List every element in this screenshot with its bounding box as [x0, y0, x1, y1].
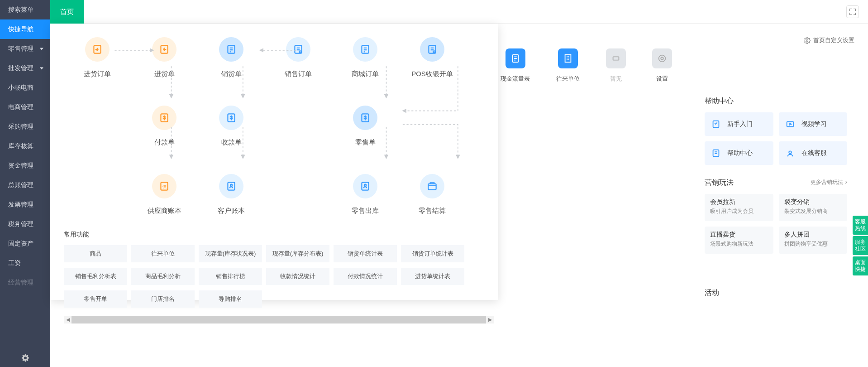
flow-pos[interactable]: POS收银开单	[411, 37, 453, 78]
sidebar-item-operations[interactable]: 经营管理	[0, 273, 50, 292]
topbar: 首页	[50, 0, 868, 24]
help-item-support[interactable]: 在线客服	[779, 141, 848, 165]
gear-icon	[804, 37, 811, 44]
marketing-card: 营销玩法 更多营销玩法 会员拉新吸引用户成为会员 裂变分销裂变式发展分销商 直播…	[697, 170, 854, 261]
tab-home[interactable]: 首页	[50, 0, 84, 24]
common-fn-productmargin[interactable]: 商品毛利分析	[131, 268, 195, 285]
sidebar-item-xiaochang[interactable]: 小畅电商	[0, 78, 50, 97]
flow-purchase[interactable]: 进货单	[152, 37, 176, 78]
svg-point-5	[659, 55, 666, 62]
help-center-title: 帮助中心	[705, 97, 847, 106]
common-fn-retailopen[interactable]: 零售开单	[64, 290, 127, 308]
help-item-beginner[interactable]: 新手入门	[705, 112, 773, 136]
svg-rect-27	[428, 184, 436, 190]
flow-purchase-order[interactable]: 进货订单	[84, 37, 111, 78]
sidebar-item-ecommerce[interactable]: 电商管理	[0, 97, 50, 117]
flow-supplier-ledger[interactable]: 供供应商账本	[148, 174, 181, 215]
common-fn-salesrank[interactable]: 销售排行榜	[199, 268, 262, 285]
svg-point-26	[364, 184, 366, 186]
scroll-right-icon[interactable]: ▶	[486, 316, 494, 324]
quicknav-flyout: 进货订单 进货单 销货单 销售订单 商城订单 POS收银开单 付款单 收款单 零…	[50, 24, 498, 300]
gear-icon	[652, 48, 672, 68]
float-side: 客服热线 服务社区 桌面快捷	[853, 216, 868, 275]
common-fn-contacts[interactable]: 往来单位	[131, 245, 195, 262]
sidebar-item-quicknav[interactable]: 快捷导航	[0, 19, 50, 39]
sidebar-item-invoices[interactable]: 发票管理	[0, 195, 50, 214]
sidebar-item-funds[interactable]: 资金管理	[0, 156, 50, 175]
chevron-down-icon	[40, 67, 43, 69]
marketing-title: 营销玩法 更多营销玩法	[705, 178, 847, 188]
sidebar: 搜索菜单 快捷导航 零售管理 批发管理 小畅电商 电商管理 采购管理 库存核算 …	[0, 0, 50, 367]
flow-retail-out[interactable]: 零售出库	[352, 174, 379, 215]
svg-point-0	[806, 39, 808, 41]
placeholder-icon	[606, 48, 626, 68]
flow-sales-order[interactable]: 销售订单	[285, 37, 312, 78]
svg-point-24	[230, 184, 232, 186]
svg-point-4	[661, 57, 663, 60]
float-community-button[interactable]: 服务社区	[853, 236, 868, 255]
help-item-help[interactable]: 帮助中心	[705, 141, 773, 165]
flow-payment[interactable]: 付款单	[152, 106, 176, 147]
scroll-track[interactable]	[72, 316, 486, 324]
flow-sales[interactable]: 销货单	[219, 37, 243, 78]
common-fn-salesmargin[interactable]: 销售毛利分析表	[64, 268, 127, 285]
marketing-item-live[interactable]: 直播卖货场景式购物新玩法	[705, 227, 773, 254]
common-fn-paymentstat[interactable]: 付款情况统计	[334, 268, 397, 285]
marketing-item-member[interactable]: 会员拉新吸引用户成为会员	[705, 194, 773, 221]
fullscreen-button[interactable]	[846, 5, 859, 18]
sidebar-item-salary[interactable]: 工资	[0, 253, 50, 273]
building-icon	[558, 48, 578, 68]
marketing-item-fission[interactable]: 裂变分销裂变式发展分销商	[779, 194, 848, 221]
gear-icon	[21, 354, 29, 362]
flow-grid: 进货订单 进货单 销货单 销售订单 商城订单 POS收银开单 付款单 收款单 零…	[64, 37, 494, 215]
fullscreen-icon	[849, 9, 856, 15]
common-fn-guiderank[interactable]: 导购排名	[199, 290, 262, 308]
sidebar-item-tax[interactable]: 税务管理	[0, 214, 50, 234]
svg-point-17	[433, 51, 435, 53]
horizontal-scrollbar[interactable]: ◀ ▶	[64, 316, 494, 324]
common-fn-purchasestat[interactable]: 进货单统计表	[401, 268, 464, 285]
home-customize-link[interactable]: 首页自定义设置	[804, 36, 854, 44]
common-fn-product[interactable]: 商品	[64, 245, 127, 262]
svg-text:供: 供	[162, 184, 167, 189]
flow-receipt[interactable]: 收款单	[219, 106, 243, 147]
sidebar-item-retail[interactable]: 零售管理	[0, 39, 50, 58]
sidebar-item-assets[interactable]: 固定资产	[0, 234, 50, 253]
shortcut-row: 现金流量表 往来单位 暂无 设置	[501, 48, 672, 83]
marketing-more-link[interactable]: 更多营销玩法	[811, 178, 847, 186]
marketing-item-group[interactable]: 多人拼团拼团购物享受优惠	[779, 227, 848, 254]
sidebar-item-search[interactable]: 搜索菜单	[0, 0, 50, 19]
flow-retail-settle[interactable]: 零售结算	[419, 174, 446, 215]
flow-mall-order[interactable]: 商城订单	[352, 37, 379, 78]
activity-title: 活动	[705, 288, 847, 298]
common-fn-stockstatus[interactable]: 现存量(库存状况表)	[199, 245, 262, 262]
chevron-down-icon	[40, 48, 43, 50]
sidebar-settings[interactable]	[0, 349, 50, 367]
shortcut-empty[interactable]: 暂无	[606, 48, 626, 83]
float-hotline-button[interactable]: 客服热线	[853, 216, 868, 235]
flow-customer-ledger[interactable]: 客户账本	[218, 174, 245, 215]
common-fn-stockdist[interactable]: 现存量(库存分布表)	[266, 245, 329, 262]
common-fn-salesstat[interactable]: 销货单统计表	[334, 245, 397, 262]
common-fn-salesorderstat[interactable]: 销货订单统计表	[401, 245, 464, 262]
sidebar-item-ledger[interactable]: 总账管理	[0, 175, 50, 195]
shortcut-settings[interactable]: 设置	[652, 48, 672, 83]
scroll-left-icon[interactable]: ◀	[64, 316, 72, 324]
common-fn-receiptstat[interactable]: 收款情况统计	[266, 268, 329, 285]
flow-retail[interactable]: 零售单	[353, 106, 377, 147]
float-desktop-button[interactable]: 桌面快捷	[853, 256, 868, 275]
shortcut-cashflow[interactable]: 现金流量表	[501, 48, 530, 83]
common-fn-storerank[interactable]: 门店排名	[131, 290, 195, 308]
svg-point-14	[299, 51, 301, 53]
help-center-card: 帮助中心 新手入门 视频学习 帮助中心 在线客服	[697, 88, 854, 172]
common-functions-title: 常用功能	[64, 231, 494, 239]
common-functions-grid: 商品 往来单位 现存量(库存状况表) 现存量(库存分布表) 销货单统计表 销货订…	[64, 245, 494, 308]
sidebar-item-wholesale[interactable]: 批发管理	[0, 58, 50, 78]
shortcut-contacts[interactable]: 往来单位	[556, 48, 580, 83]
doc-icon	[506, 48, 525, 68]
svg-rect-3	[613, 57, 619, 60]
sidebar-item-purchasing[interactable]: 采购管理	[0, 117, 50, 136]
help-item-video[interactable]: 视频学习	[779, 112, 848, 136]
svg-rect-2	[565, 55, 571, 63]
sidebar-item-inventory[interactable]: 库存核算	[0, 136, 50, 156]
